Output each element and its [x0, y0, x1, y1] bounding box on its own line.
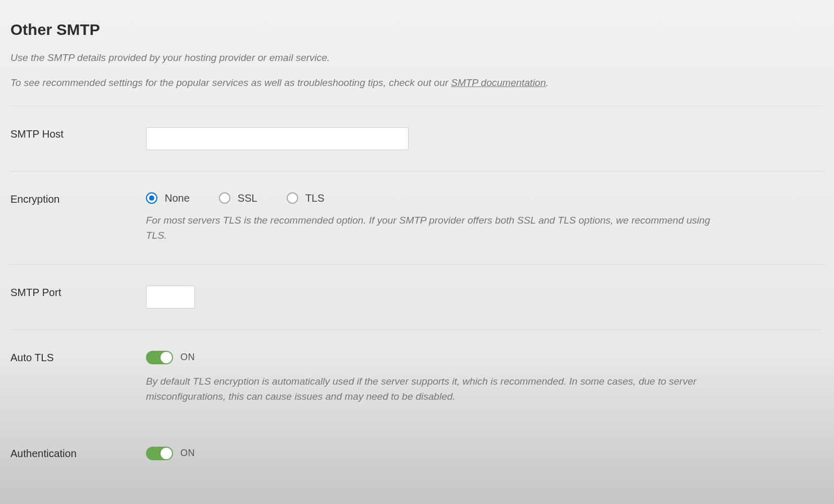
encryption-option-none[interactable]: None: [146, 192, 190, 204]
label-auto-tls: Auto TLS: [10, 351, 146, 364]
row-encryption: Encryption None SSL TLS For most servers…: [10, 171, 824, 265]
label-smtp-port: SMTP Port: [10, 286, 146, 299]
row-smtp-host: SMTP Host: [10, 106, 824, 171]
auto-tls-help-text: By default TLS encryption is automatical…: [146, 374, 719, 404]
row-smtp-port: SMTP Port: [10, 265, 824, 330]
section-desc-2-suffix: .: [546, 77, 548, 88]
encryption-help-text: For most servers TLS is the recommended …: [146, 213, 719, 243]
section-desc-2-prefix: To see recommended settings for the popu…: [10, 77, 451, 88]
label-authentication: Authentication: [10, 447, 146, 460]
radio-icon: [287, 192, 298, 204]
row-authentication: Authentication ON: [10, 426, 824, 481]
authentication-state: ON: [180, 448, 195, 459]
authentication-toggle[interactable]: [146, 447, 173, 460]
row-auto-tls: Auto TLS ON By default TLS encryption is…: [10, 330, 824, 426]
smtp-host-input[interactable]: [146, 127, 409, 150]
label-smtp-host: SMTP Host: [10, 127, 146, 140]
auto-tls-state: ON: [180, 352, 195, 363]
auto-tls-toggle[interactable]: [146, 351, 173, 364]
radio-label-none: None: [165, 192, 190, 204]
toggle-knob-icon: [161, 448, 172, 459]
section-title: Other SMTP: [10, 21, 824, 39]
label-encryption: Encryption: [10, 192, 146, 205]
section-desc-2: To see recommended settings for the popu…: [10, 75, 824, 91]
encryption-option-ssl[interactable]: SSL: [219, 192, 257, 204]
smtp-port-input[interactable]: [146, 286, 195, 309]
encryption-option-tls[interactable]: TLS: [287, 192, 325, 204]
radio-icon: [219, 192, 230, 204]
radio-label-tls: TLS: [305, 192, 325, 204]
radio-icon: [146, 192, 157, 204]
radio-label-ssl: SSL: [238, 192, 257, 204]
section-desc-1: Use the SMTP details provided by your ho…: [10, 50, 824, 66]
smtp-documentation-link[interactable]: SMTP documentation: [451, 77, 546, 88]
encryption-radio-group: None SSL TLS: [146, 192, 824, 204]
toggle-knob-icon: [161, 352, 172, 363]
